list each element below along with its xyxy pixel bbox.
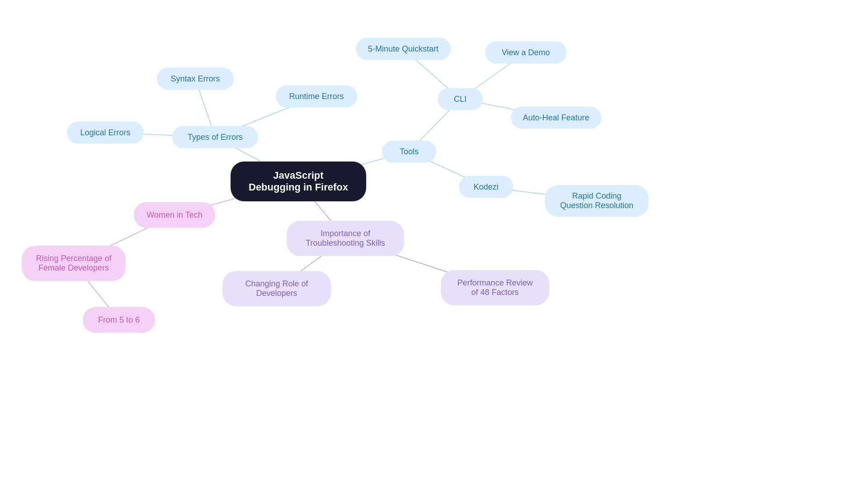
cli-label: CLI: [454, 95, 467, 104]
from-5-to-node[interactable]: From 5 to 6: [83, 307, 155, 333]
types-of-errors-label: Types of Errors: [188, 133, 243, 142]
tools-label: Tools: [400, 147, 419, 157]
syntax-errors-node[interactable]: Syntax Errors: [157, 68, 234, 90]
five-min-node[interactable]: 5-Minute Quickstart: [356, 38, 451, 60]
types-of-errors-node[interactable]: Types of Errors: [172, 126, 258, 148]
from-5-to-label: From 5 to 6: [98, 315, 140, 325]
cli-node[interactable]: CLI: [438, 88, 483, 110]
runtime-errors-label: Runtime Errors: [289, 92, 344, 101]
center-label: JavaScript Debugging in Firefox: [247, 170, 350, 193]
center-node[interactable]: JavaScript Debugging in Firefox: [231, 162, 366, 201]
troubleshooting-node[interactable]: Importance of Troubleshooting Skills: [287, 221, 404, 256]
tools-node[interactable]: Tools: [382, 141, 436, 163]
runtime-errors-node[interactable]: Runtime Errors: [276, 86, 357, 108]
syntax-errors-label: Syntax Errors: [170, 74, 220, 84]
auto-heal-label: Auto-Heal Feature: [523, 113, 589, 123]
rising-pct-node[interactable]: Rising Percentage of Female Developers: [22, 246, 126, 281]
kodezi-label: Kodezi: [473, 182, 498, 192]
view-demo-label: View a Demo: [502, 48, 550, 57]
kodezi-node[interactable]: Kodezi: [459, 176, 513, 198]
logical-errors-node[interactable]: Logical Errors: [67, 122, 144, 144]
changing-role-label: Changing Role of Developers: [235, 279, 318, 298]
rapid-coding-node[interactable]: Rapid Coding Question Resolution: [545, 185, 649, 217]
five-min-label: 5-Minute Quickstart: [368, 44, 439, 54]
women-in-tech-node[interactable]: Women in Tech: [134, 202, 215, 228]
rapid-coding-label: Rapid Coding Question Resolution: [556, 191, 638, 210]
rising-pct-label: Rising Percentage of Female Developers: [34, 254, 113, 273]
logical-errors-label: Logical Errors: [80, 128, 130, 138]
performance-review-node[interactable]: Performance Review of 48 Factors: [441, 270, 549, 305]
view-demo-node[interactable]: View a Demo: [485, 42, 566, 64]
women-in-tech-label: Women in Tech: [146, 210, 202, 220]
auto-heal-node[interactable]: Auto-Heal Feature: [511, 107, 601, 129]
performance-review-label: Performance Review of 48 Factors: [453, 278, 537, 297]
troubleshooting-label: Importance of Troubleshooting Skills: [299, 229, 392, 248]
changing-role-node[interactable]: Changing Role of Developers: [222, 271, 331, 306]
